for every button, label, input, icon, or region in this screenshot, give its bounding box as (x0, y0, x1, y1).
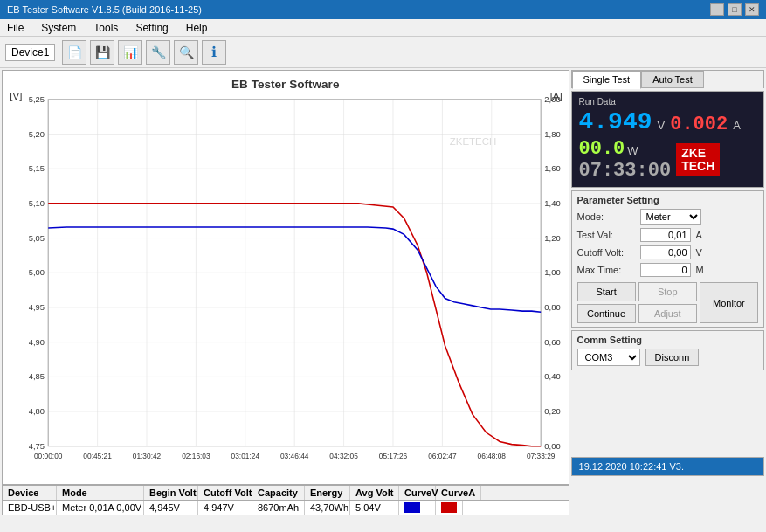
run-data-panel: Run Data 4.949 V 0.002 A 00.0 W 07:33:00 (571, 91, 764, 188)
maximize-button[interactable]: □ (728, 3, 742, 16)
svg-text:ZKETECH: ZKETECH (450, 136, 497, 147)
svg-text:1,80: 1,80 (544, 129, 560, 139)
svg-text:04:32:05: 04:32:05 (329, 452, 358, 460)
svg-text:5,00: 5,00 (29, 267, 45, 277)
param-maxtime-label: Max Time: (577, 265, 637, 275)
col-curvea: CurveA (436, 486, 481, 500)
svg-text:03:01:24: 03:01:24 (231, 452, 260, 460)
continue-button[interactable]: Continue (577, 304, 636, 323)
adjust-button[interactable]: Adjust (638, 304, 697, 323)
col-device: Device (3, 486, 57, 500)
voltage-unit: V (658, 119, 666, 132)
svg-text:0,00: 0,00 (544, 441, 560, 451)
col-avg-volt: Avg Volt (350, 486, 399, 500)
right-panel: Single Test Auto Test Run Data 4.949 V 0… (571, 70, 764, 476)
param-cutoff-label: Cutoff Volt: (577, 247, 637, 258)
svg-text:[V]: [V] (10, 91, 22, 101)
svg-text:5,10: 5,10 (29, 198, 45, 208)
param-cutoff-input[interactable] (640, 245, 691, 259)
val-mode: Meter 0,01A 0,00V (57, 501, 144, 515)
svg-text:05:17:26: 05:17:26 (379, 452, 408, 460)
control-buttons-grid: Start Stop Monitor Continue Adjust (577, 282, 758, 323)
zke-logo: ZKE TECH (676, 143, 720, 177)
menu-system[interactable]: System (38, 21, 79, 35)
svg-text:4,85: 4,85 (29, 371, 45, 381)
param-maxtime-unit: M (696, 265, 704, 275)
data-table-values: EBD-USB+ Meter 0,01A 0,00V 4,945V 4,947V… (2, 501, 569, 515)
main-area: EB Tester Software [V] [A] ZKETECH (0, 68, 766, 478)
param-row-testval: Test Val: A (577, 228, 758, 242)
close-button[interactable]: ✕ (745, 3, 759, 16)
comm-port-select[interactable]: COM3 (577, 349, 640, 366)
svg-text:03:46:44: 03:46:44 (280, 452, 309, 460)
toolbar-new[interactable]: 📄 (62, 40, 86, 65)
svg-text:0,60: 0,60 (544, 337, 560, 347)
datetime-status: 19.12.2020 10:22:41 V3. (571, 457, 764, 476)
menu-setting[interactable]: Setting (132, 21, 171, 35)
svg-text:1,40: 1,40 (544, 198, 560, 208)
menu-file[interactable]: File (3, 21, 27, 35)
param-testval-unit: A (696, 230, 702, 240)
chart-svg: EB Tester Software [V] [A] ZKETECH (3, 71, 569, 484)
start-button[interactable]: Start (577, 282, 636, 301)
toolbar-info[interactable]: ℹ (202, 40, 226, 65)
col-energy: Energy (305, 486, 350, 500)
run-data-label: Run Data (579, 97, 756, 107)
val-capacity: 8670mAh (252, 501, 305, 515)
stop-button[interactable]: Stop (638, 282, 697, 301)
tab-single-test[interactable]: Single Test (572, 71, 642, 89)
comm-panel: Comm Setting COM3 Disconn (571, 330, 764, 370)
col-mode: Mode (57, 486, 144, 500)
svg-text:4,80: 4,80 (29, 406, 45, 416)
minimize-button[interactable]: ─ (710, 3, 724, 16)
param-mode-select[interactable]: Meter (640, 209, 701, 225)
param-row-cutoff: Cutoff Volt: V (577, 245, 758, 259)
toolbar: Device1 📄 💾 📊 🔧 🔍 ℹ (0, 37, 766, 68)
svg-text:5,25: 5,25 (29, 94, 45, 104)
val-begin-volt: 4,945V (144, 501, 198, 515)
chart-box: EB Tester Software [V] [A] ZKETECH (2, 70, 569, 485)
window-controls: ─ □ ✕ (710, 3, 759, 16)
toolbar-save[interactable]: 💾 (90, 40, 114, 65)
comm-disconnect-button[interactable]: Disconn (645, 349, 700, 366)
power-display: 00.0 (579, 138, 625, 160)
tab-auto-test[interactable]: Auto Test (641, 71, 704, 88)
param-panel-title: Parameter Setting (577, 195, 758, 205)
chart-wrapper: EB Tester Software [V] [A] ZKETECH (2, 70, 569, 476)
svg-text:1,00: 1,00 (544, 267, 560, 277)
menu-help[interactable]: Help (183, 21, 211, 35)
svg-text:01:30:42: 01:30:42 (133, 452, 162, 460)
monitor-button[interactable]: Monitor (700, 282, 758, 323)
svg-text:4,75: 4,75 (29, 441, 45, 451)
val-device: EBD-USB+ (3, 501, 57, 515)
toolbar-chart[interactable]: 📊 (118, 40, 142, 65)
toolbar-search[interactable]: 🔍 (174, 40, 198, 65)
val-curvea (436, 501, 463, 515)
menu-bar: File System Tools Setting Help (0, 19, 766, 37)
val-avg-volt: 5,04V (350, 501, 399, 515)
menu-tools[interactable]: Tools (90, 21, 121, 35)
svg-text:4,90: 4,90 (29, 337, 45, 347)
val-cutoff-volt: 4,947V (198, 501, 252, 515)
current-unit: A (733, 119, 741, 132)
param-maxtime-input[interactable] (640, 263, 691, 277)
svg-text:0,40: 0,40 (544, 371, 560, 381)
param-testval-label: Test Val: (577, 230, 637, 240)
param-testval-input[interactable] (640, 228, 691, 242)
col-cutoff-volt: Cutoff Volt (198, 486, 252, 500)
param-row-mode: Mode: Meter (577, 209, 758, 225)
col-capacity: Capacity (252, 486, 305, 500)
power-unit: W (627, 144, 638, 157)
svg-text:00:45:21: 00:45:21 (83, 452, 112, 460)
svg-text:0,80: 0,80 (544, 302, 560, 312)
svg-text:07:33:29: 07:33:29 (527, 452, 556, 460)
svg-text:4,95: 4,95 (29, 302, 45, 312)
voltage-display: 4.949 (579, 110, 652, 135)
chart-title-text: EB Tester Software (231, 78, 340, 91)
run-data-row2: 00.0 W 07:33:00 ZKE TECH (579, 138, 756, 182)
param-cutoff-unit: V (696, 247, 702, 258)
title-bar: EB Tester Software V1.8.5 (Build 2016-11… (0, 0, 766, 19)
val-energy: 43,70Wh (305, 501, 350, 515)
tabs-bar: Single Test Auto Test (571, 70, 764, 88)
toolbar-settings[interactable]: 🔧 (146, 40, 170, 65)
